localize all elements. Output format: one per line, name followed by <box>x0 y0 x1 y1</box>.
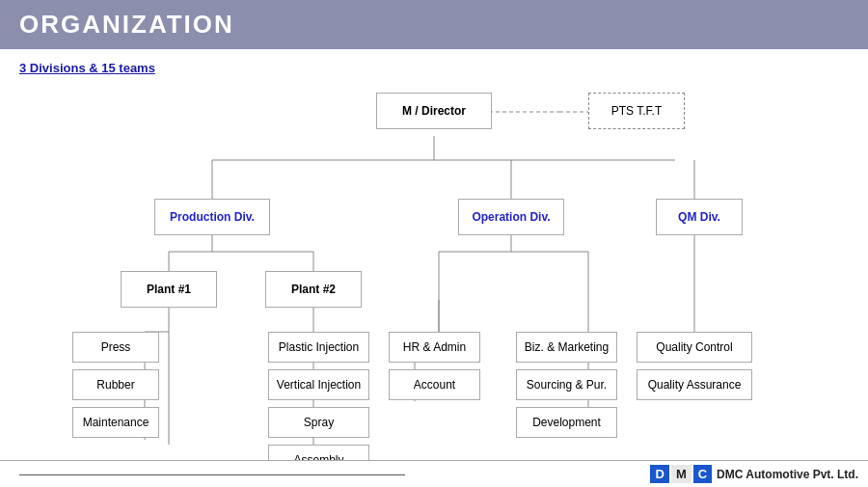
plant2-box: Plant #2 <box>265 271 362 308</box>
org-chart: M / Director PTS T.F.T Production Div. O… <box>19 83 849 487</box>
footer: D M C DMC Automotive Pvt. Ltd. <box>0 460 868 487</box>
rubber-box: Rubber <box>72 369 159 400</box>
production-div-box: Production Div. <box>154 199 270 235</box>
dmc-logo: D M C DMC Automotive Pvt. Ltd. <box>650 465 858 483</box>
qm-div-box: QM Div. <box>656 199 743 235</box>
divisions-label[interactable]: 3 Divisions & 15 teams <box>19 61 155 75</box>
quality-assurance-box: Quality Assurance <box>637 369 752 400</box>
vertical-injection-box: Vertical Injection <box>268 369 369 400</box>
header-title: ORGANIZATION <box>19 10 234 39</box>
sourcing-box: Sourcing & Pur. <box>516 369 617 400</box>
press-box: Press <box>72 332 159 363</box>
plant1-box: Plant #1 <box>121 271 217 308</box>
header: ORGANIZATION <box>0 0 868 49</box>
dmc-boxes: D M C <box>650 465 712 483</box>
quality-control-box: Quality Control <box>637 332 752 363</box>
plastic-injection-box: Plastic Injection <box>268 332 369 363</box>
maintenance-box: Maintenance <box>72 407 159 438</box>
spray-box: Spray <box>268 407 369 438</box>
main-content: 3 Divisions & 15 teams <box>0 49 868 487</box>
director-box: M / Director <box>376 93 492 129</box>
development-box: Development <box>516 407 617 438</box>
dmc-m: M <box>671 465 692 483</box>
dmc-d: D <box>650 465 668 483</box>
account-box: Account <box>389 369 480 400</box>
biz-marketing-box: Biz. & Marketing <box>516 332 617 363</box>
hr-admin-box: HR & Admin <box>389 332 480 363</box>
company-name: DMC Automotive Pvt. Ltd. <box>717 468 858 481</box>
pts-box: PTS T.F.T <box>588 93 685 129</box>
operation-div-box: Operation Div. <box>458 199 564 235</box>
dmc-c: C <box>693 465 712 483</box>
footer-line <box>19 474 405 475</box>
